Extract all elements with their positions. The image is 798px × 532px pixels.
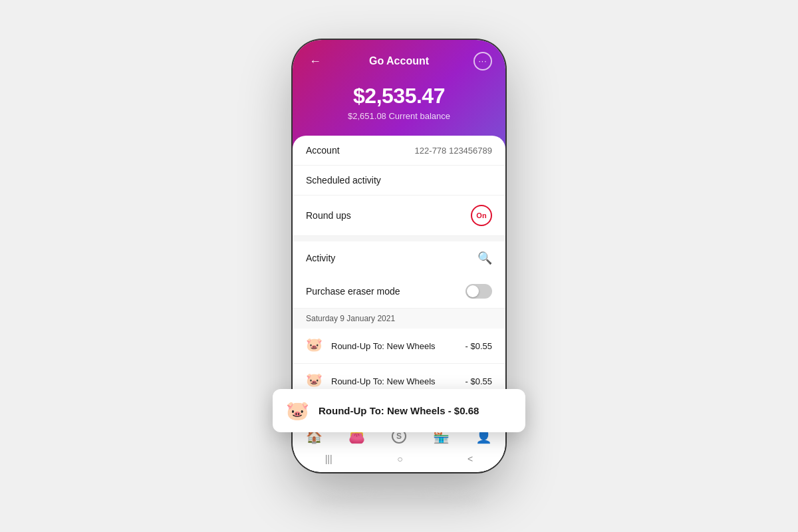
piggy-bank-icon-2: 🐷 [306, 372, 325, 390]
purchase-eraser-toggle[interactable] [466, 284, 492, 299]
section-divider [293, 236, 505, 241]
account-row: Account 122-778 123456789 [293, 136, 505, 166]
tooltip-piggy-icon: 🐷 [286, 400, 309, 422]
screen-title: Go Account [369, 55, 429, 67]
back-button[interactable]: ← [306, 52, 325, 70]
scheduled-label: Scheduled activity [306, 175, 381, 186]
transaction-label-1: Round-Up To: New Wheels [331, 341, 466, 351]
purchase-eraser-row[interactable]: Purchase eraser mode [293, 275, 505, 309]
transaction-label-2: Round-Up To: New Wheels [331, 376, 466, 386]
android-menu-btn[interactable]: ||| [325, 454, 332, 464]
transaction-amount-2: - $0.55 [466, 376, 492, 386]
toggle-knob [467, 285, 479, 297]
roundups-badge[interactable]: On [471, 205, 492, 226]
list-section: Account 122-778 123456789 Scheduled acti… [293, 136, 505, 421]
tooltip-card[interactable]: 🐷 Round-Up To: New Wheels - $0.68 [273, 389, 525, 432]
activity-row[interactable]: Activity 🔍 [293, 241, 505, 275]
android-back-btn[interactable]: < [467, 454, 473, 464]
more-button[interactable]: ··· [473, 52, 492, 70]
activity-label: Activity [306, 253, 335, 263]
transaction-amount-1: - $0.55 [466, 341, 492, 351]
scheduled-activity-row[interactable]: Scheduled activity [293, 166, 505, 196]
date-row: Saturday 9 January 2021 [293, 309, 505, 329]
roundups-row[interactable]: Round ups On [293, 196, 505, 236]
account-label: Account [306, 145, 340, 156]
android-nav: ||| ○ < [293, 448, 505, 472]
phone-reflection [314, 492, 484, 512]
android-home-btn[interactable]: ○ [397, 454, 402, 464]
header-nav: ← Go Account ··· [306, 52, 492, 70]
phone-wrapper: ← Go Account ··· $2,535.47 $2,651.08 Cur… [293, 40, 505, 492]
roundups-label: Round ups [306, 210, 351, 221]
account-number: 122-778 123456789 [415, 146, 492, 156]
purchase-eraser-label: Purchase eraser mode [306, 286, 400, 297]
tooltip-label: Round-Up To: New Wheels - $0.68 [319, 405, 479, 416]
piggy-bank-icon: 🐷 [306, 336, 325, 355]
search-icon[interactable]: 🔍 [477, 251, 492, 265]
current-balance: $2,651.08 Current balance [306, 111, 492, 121]
main-balance: $2,535.47 [306, 84, 492, 108]
balance-section: $2,535.47 $2,651.08 Current balance [306, 84, 492, 121]
transaction-row[interactable]: 🐷 Round-Up To: New Wheels - $0.55 [293, 329, 505, 364]
